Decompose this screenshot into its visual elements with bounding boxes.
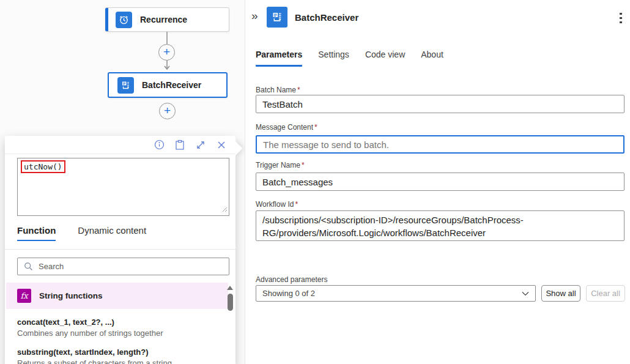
tab-code-view[interactable]: Code view [365, 50, 405, 67]
batch-name-input[interactable] [256, 95, 624, 113]
function-signature: concat(text_1, text_2?, ...) [17, 317, 219, 328]
function-group-label: String functions [39, 291, 103, 300]
recurrence-clock-icon [116, 12, 132, 28]
tab-dynamic-content[interactable]: Dynamic content [78, 225, 146, 241]
function-signature: substring(text, startIndex, length?) [17, 347, 219, 358]
label-text: Trigger Name [256, 161, 300, 169]
info-icon[interactable] [154, 139, 165, 150]
trigger-name-input[interactable] [256, 173, 624, 191]
batch-receiver-panel-icon [267, 7, 287, 28]
resize-grip-icon[interactable] [221, 205, 228, 214]
chevron-down-icon [522, 289, 529, 298]
connector-arrowhead-icon [164, 65, 170, 72]
expression-input[interactable]: utcNow() [17, 158, 229, 216]
function-description: Returns a subset of characters from a st… [17, 358, 219, 364]
insert-step-button-2[interactable]: + [159, 103, 176, 119]
expression-toolbar [5, 136, 235, 154]
tab-about[interactable]: About [421, 50, 443, 67]
node-recurrence[interactable]: Recurrence [105, 7, 229, 32]
label-text: Message Content [256, 123, 313, 132]
expression-editor-callout: utcNow() Function Dynamic content fx Str… [5, 136, 235, 364]
expression-tabs: Function Dynamic content [17, 225, 146, 241]
required-asterisk: * [314, 123, 317, 132]
function-list-scrollbar[interactable] [226, 284, 234, 364]
batch-name-label: Batch Name* [256, 86, 624, 94]
advanced-parameters-dropdown[interactable]: Showing 0 of 2 [256, 285, 536, 302]
fx-icon: fx [17, 289, 31, 303]
copy-icon[interactable] [174, 139, 185, 150]
node-recurrence-label: Recurrence [140, 15, 187, 24]
panel-title: BatchReceiver [295, 12, 358, 23]
search-input[interactable] [39, 262, 229, 271]
function-group-string-functions[interactable]: fx String functions [6, 283, 228, 309]
expand-icon[interactable] [195, 139, 206, 150]
advanced-parameters-label: Advanced parameters [256, 275, 327, 284]
batch-receiver-icon [117, 77, 134, 94]
node-accent-bar [105, 8, 108, 31]
tab-function[interactable]: Function [17, 225, 56, 241]
tabs-divider [5, 249, 235, 250]
close-icon[interactable] [216, 139, 227, 150]
tab-settings[interactable]: Settings [318, 50, 349, 67]
show-all-button[interactable]: Show all [541, 285, 580, 302]
scrollbar-thumb[interactable] [228, 294, 233, 311]
scroll-up-arrow-icon[interactable] [227, 286, 233, 290]
insert-step-button-1[interactable]: + [158, 44, 175, 61]
panel-tabs: Parameters Settings Code view About [256, 50, 443, 67]
workflow-id-label: Workflow Id* [256, 200, 624, 209]
tab-parameters[interactable]: Parameters [256, 50, 302, 67]
node-batch-receiver[interactable]: BatchReceiver [108, 72, 228, 98]
function-search-box[interactable] [17, 258, 229, 275]
required-asterisk: * [295, 200, 298, 209]
message-content-label: Message Content* [256, 123, 624, 132]
function-list: concat(text_1, text_2?, ...) Combines an… [17, 317, 219, 364]
connector-line-top [166, 32, 168, 44]
more-options-icon[interactable] [616, 10, 626, 26]
search-icon [24, 262, 33, 271]
panel-header: » BatchReceiver [245, 0, 630, 34]
function-item-concat[interactable]: concat(text_1, text_2?, ...) Combines an… [17, 317, 219, 339]
message-content-input[interactable] [256, 135, 624, 154]
function-description: Combines any number of strings together [17, 328, 219, 339]
required-asterisk: * [297, 86, 300, 94]
clear-all-button[interactable]: Clear all [586, 285, 625, 302]
trigger-name-label: Trigger Name* [256, 161, 624, 169]
expression-code-annotated: utcNow() [21, 160, 65, 173]
required-asterisk: * [302, 161, 305, 169]
collapse-panel-icon[interactable]: » [251, 9, 258, 23]
workflow-id-input[interactable]: /subscriptions/<subscription-ID>/resourc… [256, 210, 624, 241]
label-text: Batch Name [256, 86, 296, 94]
node-batch-receiver-label: BatchReceiver [142, 80, 201, 90]
label-text: Workflow Id [256, 200, 294, 209]
dropdown-value: Showing 0 of 2 [262, 289, 315, 298]
operation-details-panel: » BatchReceiver Parameters Settings Code… [245, 0, 630, 364]
function-item-substring[interactable]: substring(text, startIndex, length?) Ret… [17, 347, 219, 364]
